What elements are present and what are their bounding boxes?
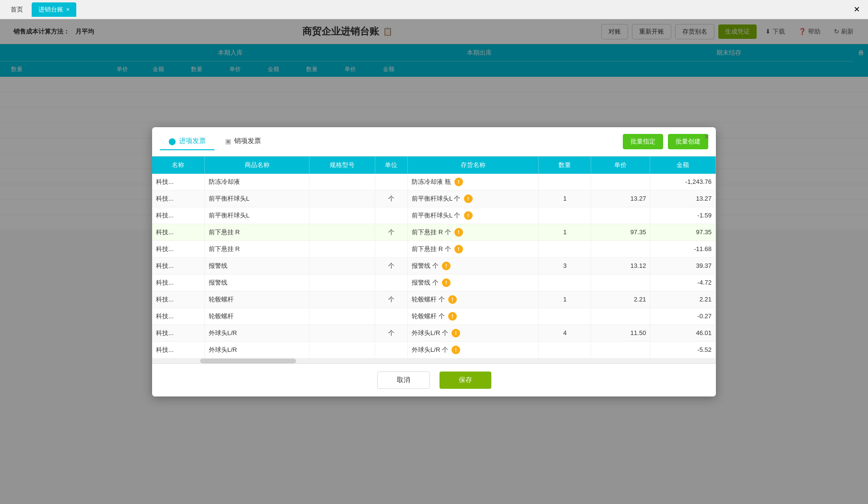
col-spec: 规格型号: [309, 156, 375, 174]
cancel-button[interactable]: 取消: [377, 372, 430, 389]
cell-product: 报警线: [204, 257, 309, 274]
modal-horizontal-scrollbar[interactable]: [152, 359, 716, 363]
cell-unit-price: [591, 308, 650, 324]
col-unit: 单位: [375, 156, 407, 174]
cell-unit-price: [591, 207, 650, 224]
cell-amount: -5.52: [650, 341, 716, 358]
cell-spec: [309, 291, 375, 308]
cell-unit: [375, 240, 407, 257]
cell-amount: 13.27: [650, 190, 716, 207]
warning-icon: !: [442, 262, 451, 270]
cell-product: 前下悬挂 R: [204, 240, 309, 257]
cell-name: 科技...: [152, 308, 204, 324]
col-qty: 数量: [539, 156, 591, 174]
window-close-icon: ✕: [854, 5, 860, 14]
cell-name: 科技...: [152, 291, 204, 308]
col-inventory: 存货名称: [408, 156, 539, 174]
cell-unit: [375, 341, 407, 358]
tab-active-label: 进销台账: [38, 5, 63, 14]
cell-spec: [309, 274, 375, 291]
cell-product: 前平衡杆球头L: [204, 190, 309, 207]
tab-close-icon[interactable]: ×: [66, 6, 70, 13]
tab-outbound-invoice[interactable]: ▣ 销项发票: [216, 133, 270, 150]
tab-active[interactable]: 进销台账 ×: [32, 2, 76, 17]
cell-unit: 个: [375, 324, 407, 341]
cell-name: 科技...: [152, 240, 204, 257]
cell-qty: 4: [539, 324, 591, 341]
cell-inventory: 报警线 个 !: [408, 257, 539, 274]
cell-product: 外球头L/R: [204, 324, 309, 341]
col-unit-price: 单价: [591, 156, 650, 174]
invoice-table: 名称 商品名称 规格型号 单位 存货名称 数量 单价 金额 科技... 防冻冷却…: [152, 156, 716, 359]
table-row: 科技... 报警线 报警线 个 ! -4.72: [152, 274, 716, 291]
cell-product: 轮毂螺杆: [204, 308, 309, 324]
cell-inventory: 前下悬挂 R 个 !: [408, 224, 539, 240]
warning-icon: !: [464, 194, 473, 203]
cell-qty: [539, 274, 591, 291]
cell-qty: 3: [539, 257, 591, 274]
main-area: 销售成本计算方法： 月平均 商贸企业进销台账 📋 对账 重新开账 存货别名 生成…: [0, 19, 868, 504]
cell-inventory: 轮毂螺杆 个 !: [408, 291, 539, 308]
cell-name: 科技...: [152, 224, 204, 240]
cell-spec: [309, 190, 375, 207]
window-close-button[interactable]: ✕: [849, 2, 864, 17]
cell-qty: 1: [539, 190, 591, 207]
cell-inventory: 前下悬挂 R 个 !: [408, 240, 539, 257]
cell-inventory: 外球头L/R 个 !: [408, 324, 539, 341]
cell-unit-price: [591, 341, 650, 358]
cell-spec: [309, 240, 375, 257]
cell-spec: [309, 341, 375, 358]
cell-unit: 个: [375, 224, 407, 240]
cell-unit-price: 13.27: [591, 190, 650, 207]
table-row: 科技... 前下悬挂 R 个 前下悬挂 R 个 ! 1 97.35 97.35: [152, 224, 716, 240]
tab-outbound-label: 销项发票: [234, 137, 261, 145]
cell-name: 科技...: [152, 207, 204, 224]
cell-amount: 97.35: [650, 224, 716, 240]
batch-assign-button[interactable]: 批量指定: [623, 134, 663, 149]
cell-name: 科技...: [152, 190, 204, 207]
cell-unit-price: [591, 174, 650, 191]
table-head: 名称 商品名称 规格型号 单位 存货名称 数量 单价 金额: [152, 156, 716, 174]
save-button[interactable]: 保存: [440, 372, 491, 389]
warning-icon: !: [464, 211, 473, 220]
table-row: 科技... 外球头L/R 个 外球头L/R 个 ! 4 11.50 46.01: [152, 324, 716, 341]
col-name: 名称: [152, 156, 204, 174]
cell-inventory: 外球头L/R 个 !: [408, 341, 539, 358]
modal-dialog: ⬤ 进项发票 ▣ 销项发票 批量指定 批量创建 × 名称: [152, 127, 716, 396]
cell-unit: [375, 207, 407, 224]
cell-qty: [539, 341, 591, 358]
cell-unit: [375, 174, 407, 191]
cell-inventory: 轮毂螺杆 个 !: [408, 308, 539, 324]
cell-qty: [539, 207, 591, 224]
cell-name: 科技...: [152, 257, 204, 274]
cell-amount: -0.27: [650, 308, 716, 324]
cell-amount: -1,243.76: [650, 174, 716, 191]
col-amount: 金额: [650, 156, 716, 174]
warning-icon: !: [448, 312, 457, 321]
modal-header: ⬤ 进项发票 ▣ 销项发票 批量指定 批量创建 ×: [152, 127, 716, 156]
batch-create-button[interactable]: 批量创建: [668, 134, 708, 149]
cell-qty: [539, 308, 591, 324]
cell-name: 科技...: [152, 174, 204, 191]
scrollbar-thumb[interactable]: [200, 359, 296, 363]
cell-spec: [309, 324, 375, 341]
table-row: 科技... 防冻冷却液 防冻冷却液 瓶 ! -1,243.76: [152, 174, 716, 191]
cell-unit-price: 97.35: [591, 224, 650, 240]
tab-inbound-label: 进项发票: [179, 137, 206, 145]
warning-icon: !: [454, 245, 463, 253]
tab-home[interactable]: 首页: [4, 2, 30, 17]
table-row: 科技... 前平衡杆球头L 前平衡杆球头L 个 ! -1.59: [152, 207, 716, 224]
cell-inventory: 前平衡杆球头L 个 !: [408, 207, 539, 224]
modal-close-button[interactable]: ×: [704, 132, 709, 142]
cell-qty: 1: [539, 224, 591, 240]
cell-product: 外球头L/R: [204, 341, 309, 358]
warning-icon: !: [454, 228, 463, 237]
tab-inbound-invoice[interactable]: ⬤ 进项发票: [160, 133, 214, 150]
modal-footer: 取消 保存: [152, 363, 716, 396]
table-header-row: 名称 商品名称 规格型号 单位 存货名称 数量 单价 金额: [152, 156, 716, 174]
cell-unit-price: 2.21: [591, 291, 650, 308]
cell-amount: -4.72: [650, 274, 716, 291]
cell-amount: 46.01: [650, 324, 716, 341]
cell-amount: -11.68: [650, 240, 716, 257]
cell-qty: [539, 174, 591, 191]
